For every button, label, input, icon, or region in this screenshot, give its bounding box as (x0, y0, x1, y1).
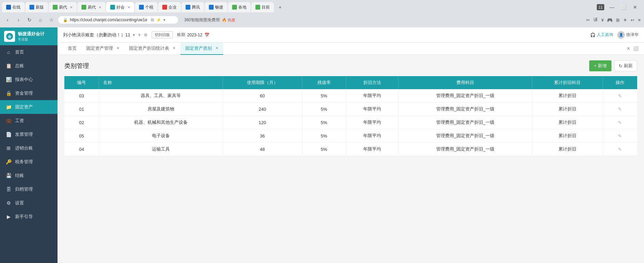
translate-icon[interactable]: 译 (593, 17, 598, 23)
tab-label-11: 目前 (262, 4, 270, 10)
cell-action-3[interactable]: ✎ (603, 129, 637, 143)
close-tab-depreciation-icon[interactable]: ✕ (173, 46, 176, 50)
page-body: 类别管理 + 新增 ↻ 刷新 编号 名称 使用期限（月） 残值率 (58, 55, 644, 263)
close-window-icon[interactable]: ✕ (627, 46, 630, 51)
refresh-icon: ↻ (619, 63, 622, 69)
close-tab-category-icon[interactable]: ✕ (215, 46, 218, 50)
cell-action-4[interactable]: ✎ (603, 143, 637, 156)
cell-expense-1: 管理费用_固定资产折旧_一级 (399, 103, 532, 116)
customer-service-button[interactable]: 🎧 人工咨询 (590, 32, 613, 38)
reload-button[interactable]: ↻ (25, 16, 34, 24)
sidebar-label-tax: 税务管理 (15, 159, 33, 165)
edit-icon-4[interactable]: ✎ (618, 147, 622, 152)
cell-action-0[interactable]: ✎ (603, 89, 637, 103)
edit-icon-0[interactable]: ✎ (618, 93, 622, 98)
edit-icon-1[interactable]: ✎ (618, 107, 622, 112)
headset-icon: 🎧 (590, 33, 595, 37)
close-icon-4[interactable]: ✕ (99, 5, 101, 9)
browser-tab-7[interactable]: 企业 (158, 2, 181, 12)
back-button[interactable]: ‹ (3, 16, 12, 24)
tab-home[interactable]: 首页 (63, 43, 81, 55)
sidebar-item-invoice[interactable]: 📄 发票管理 (0, 128, 58, 141)
cell-code-3[interactable]: 05 (64, 129, 99, 143)
dropdown-icon[interactable]: ▾ (163, 17, 165, 22)
menu-icon[interactable]: ≡ (638, 17, 641, 23)
new-category-button[interactable]: + 新增 (589, 60, 611, 71)
sidebar-item-guide[interactable]: ▶ 新手引导 (0, 210, 58, 224)
browser-tab-1[interactable]: 在线 (2, 2, 25, 12)
forward-button[interactable]: › (14, 16, 23, 24)
calendar-icon[interactable]: 📅 (204, 33, 210, 37)
browser-tools: ✂ 译 ¥ 🎮 ⊞ ☀ ↩ ≡ (586, 17, 641, 23)
cut-icon[interactable]: ✂ (586, 17, 590, 23)
sidebar-label-report: 报表中心 (15, 76, 33, 83)
cell-action-2[interactable]: ✎ (603, 116, 637, 129)
sidebar-item-settings[interactable]: ⚙ 设置 (0, 196, 58, 210)
sidebar-item-tax[interactable]: 🔑 税务管理 (0, 155, 58, 169)
sidebar-label-checkout: 结账 (15, 172, 24, 179)
tab-count-badge[interactable]: 11 (597, 4, 604, 10)
gear-icon[interactable]: ⚙ (144, 33, 148, 37)
currency-icon[interactable]: ¥ (601, 17, 604, 23)
sun-icon[interactable]: ☀ (623, 17, 627, 23)
browser-close-button[interactable]: ✕ (631, 3, 639, 11)
new-tab-button[interactable]: + (276, 3, 284, 11)
browser-tab-6[interactable]: 个税 (135, 2, 157, 12)
url-bar[interactable]: 🔒 https://cloud.chanjet.com/accounting/u… (58, 16, 178, 24)
cell-code-1[interactable]: 01 (64, 103, 99, 116)
sidebar-item-purchase[interactable]: ⊞ 进销台账 (0, 141, 58, 155)
sidebar-item-checkout[interactable]: 💾 结账 (0, 169, 58, 182)
browser-minimize-button[interactable]: — (608, 3, 616, 11)
browser-tab-2[interactable]: 新版 (25, 2, 48, 12)
browser-chrome: 在线 新版 易代 ✕ 易代 ✕ 好会 ✕ 个税 企业 (0, 0, 644, 27)
sidebar-item-payroll[interactable]: 💼 工资 (0, 114, 58, 128)
game-icon[interactable]: 🎮 (607, 17, 613, 23)
sidebar-item-fixed[interactable]: 📁 固定资产 (0, 100, 58, 114)
edit-icon-3[interactable]: ✎ (618, 133, 622, 139)
browser-tab-10[interactable]: 各地 (228, 2, 251, 12)
close-icon-5[interactable]: ✕ (127, 5, 130, 9)
add-button[interactable]: + (138, 32, 141, 38)
dropdown-chevron-icon[interactable]: ▾ (133, 33, 135, 37)
cell-residual-4: 5% (302, 143, 346, 156)
sidebar-item-ledger[interactable]: 📋 总账 (0, 59, 58, 73)
browser-maximize-button[interactable]: ⬜ (619, 3, 628, 11)
close-icon-3[interactable]: ✕ (70, 5, 73, 9)
browser-tab-11[interactable]: 目前 (251, 2, 274, 12)
refresh-button[interactable]: ↻ 刷新 (614, 60, 637, 71)
home-button[interactable]: ⌂ (36, 16, 45, 24)
col-header-method: 折旧方法 (346, 76, 399, 89)
tab-category[interactable]: 固定资产类别 ✕ (180, 43, 223, 55)
browser-tab-8[interactable]: 腾讯 (181, 2, 204, 12)
user-account[interactable]: 👤 徐泽华 (617, 31, 639, 39)
tab-fullscreen-controls: ✕ ⬜ (627, 46, 639, 51)
lightning-icon: ⚡ (156, 17, 161, 22)
user-info: 刘小艳演示账套（勿删勿动！）11 ▾ + ⚙ (63, 32, 148, 38)
switch-version-button[interactable]: 切到旧版 (152, 31, 173, 38)
cell-action-1[interactable]: ✎ (603, 103, 637, 116)
edit-icon-2[interactable]: ✎ (618, 120, 622, 125)
cell-code-4[interactable]: 04 (64, 143, 99, 156)
close-tab-fixed-mgmt-icon[interactable]: ✕ (116, 46, 119, 50)
sidebar-item-archive[interactable]: 🗄 归档管理 (0, 182, 58, 196)
bookmark-button[interactable]: ☆ (47, 16, 55, 24)
grid-icon[interactable]: ⊞ (616, 17, 620, 23)
tab-depreciation[interactable]: 固定资产折旧统计表 ✕ (124, 43, 180, 55)
browser-tab-3[interactable]: 易代 ✕ (49, 2, 77, 12)
cell-code-2[interactable]: 02 (64, 116, 99, 129)
browser-tab-9[interactable]: 畅捷 (205, 2, 227, 12)
cell-months-3: 36 (223, 129, 302, 143)
tab-fixed-mgmt[interactable]: 固定资产管理 ✕ (81, 43, 124, 55)
sidebar-item-fund[interactable]: 🔒 资金管理 (0, 86, 58, 100)
cell-code-0[interactable]: 03 (64, 89, 99, 103)
tab-label-10: 各地 (238, 4, 247, 10)
browser-tab-4[interactable]: 易代 ✕ (77, 2, 105, 12)
page-tabs: 首页 固定资产管理 ✕ 固定资产折旧统计表 ✕ 固定资产类别 ✕ ✕ ⬜ (58, 43, 644, 55)
maximize-window-icon[interactable]: ⬜ (633, 46, 639, 51)
browser-tab-5[interactable]: 好会 ✕ (106, 2, 134, 12)
sidebar-label-fund: 资金管理 (15, 90, 33, 96)
sidebar-item-report[interactable]: 📊 报表中心 (0, 73, 58, 86)
history-icon[interactable]: ↩ (631, 17, 634, 23)
cell-months-1: 240 (223, 103, 302, 116)
sidebar-item-home[interactable]: ⌂ 首页 (0, 45, 58, 59)
